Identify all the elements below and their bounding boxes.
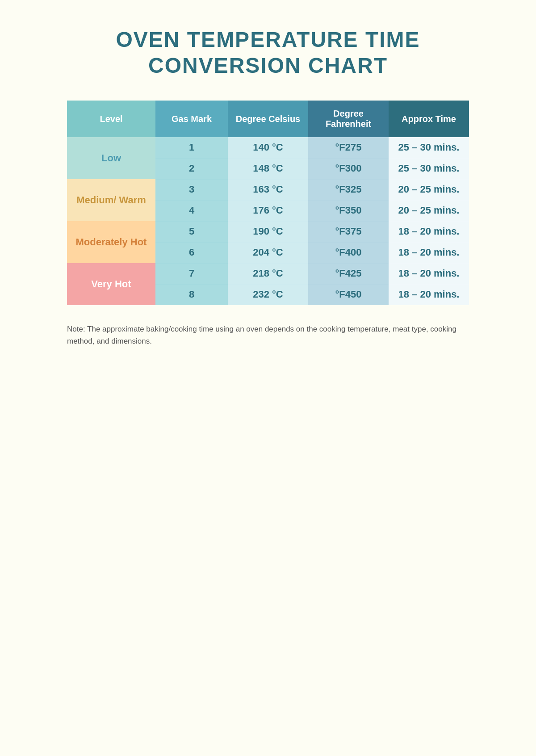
table-header-row: Level Gas Mark Degree Celsius Degree Fah… [67,101,469,137]
time-cell: 20 – 25 mins. [389,179,469,200]
time-cell: 25 – 30 mins. [389,158,469,179]
table-row: Moderately Hot5190 °C°F37518 – 20 mins. [67,221,469,242]
page-container: OVEN TEMPERATURE TIME CONVERSION CHART L… [67,27,469,729]
header-fahrenheit: Degree Fahrenheit [308,101,389,137]
level-cell: Very Hot [67,263,155,305]
table-row: Medium/ Warm3163 °C°F32520 – 25 mins. [67,179,469,200]
header-gas-mark: Gas Mark [155,101,228,137]
gas-mark-cell: 2 [155,158,228,179]
celsius-cell: 140 °C [228,137,308,158]
celsius-cell: 204 °C [228,242,308,263]
gas-mark-cell: 4 [155,200,228,221]
celsius-cell: 218 °C [228,263,308,284]
time-cell: 18 – 20 mins. [389,221,469,242]
level-cell: Low [67,137,155,179]
table-row: Very Hot7218 °C°F42518 – 20 mins. [67,263,469,284]
fahrenheit-cell: °F350 [308,200,389,221]
gas-mark-cell: 6 [155,242,228,263]
time-cell: 18 – 20 mins. [389,263,469,284]
celsius-cell: 190 °C [228,221,308,242]
celsius-cell: 232 °C [228,284,308,305]
gas-mark-cell: 5 [155,221,228,242]
note-text: Note: The approximate baking/cooking tim… [67,323,469,347]
fahrenheit-cell: °F425 [308,263,389,284]
fahrenheit-cell: °F325 [308,179,389,200]
fahrenheit-cell: °F300 [308,158,389,179]
celsius-cell: 176 °C [228,200,308,221]
header-celsius: Degree Celsius [228,101,308,137]
header-level: Level [67,101,155,137]
time-cell: 18 – 20 mins. [389,284,469,305]
table-row: Low1140 °C°F27525 – 30 mins. [67,137,469,158]
page-title: OVEN TEMPERATURE TIME CONVERSION CHART [67,27,469,78]
gas-mark-cell: 7 [155,263,228,284]
celsius-cell: 163 °C [228,179,308,200]
time-cell: 18 – 20 mins. [389,242,469,263]
gas-mark-cell: 8 [155,284,228,305]
fahrenheit-cell: °F375 [308,221,389,242]
gas-mark-cell: 3 [155,179,228,200]
celsius-cell: 148 °C [228,158,308,179]
level-cell: Moderately Hot [67,221,155,263]
fahrenheit-cell: °F400 [308,242,389,263]
fahrenheit-cell: °F450 [308,284,389,305]
time-cell: 20 – 25 mins. [389,200,469,221]
header-time: Approx Time [389,101,469,137]
temperature-chart: Level Gas Mark Degree Celsius Degree Fah… [67,101,469,305]
level-cell: Medium/ Warm [67,179,155,221]
gas-mark-cell: 1 [155,137,228,158]
time-cell: 25 – 30 mins. [389,137,469,158]
fahrenheit-cell: °F275 [308,137,389,158]
